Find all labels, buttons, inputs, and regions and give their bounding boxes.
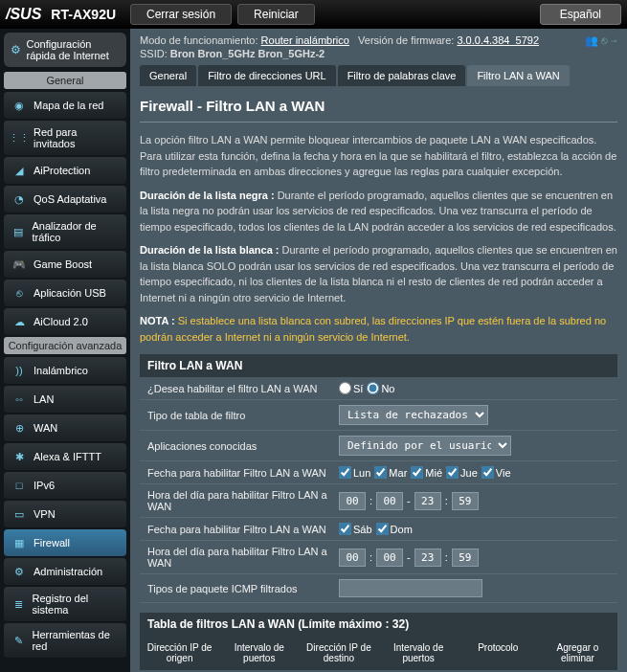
table-header: Dirección IP de origenIntervalo de puert… (140, 636, 617, 670)
map-icon: ◉ (10, 98, 29, 113)
days2-label: Fecha para habilitar Filtro LAN a WAN (147, 524, 339, 535)
sidebar-heading-general: General (4, 72, 126, 89)
alexa-icon: ✱ (10, 449, 29, 464)
admin-icon: ⚙ (10, 564, 29, 579)
type-label: Tipo de tabla de filtro (147, 410, 339, 421)
sidebar-item-networkmap[interactable]: ◉Mapa de la red (4, 92, 126, 119)
days1-label: Fecha para habilitar Filtro LAN a WAN (147, 467, 339, 479)
time1-m2[interactable] (452, 492, 479, 510)
page-title: Firewall - Filtro LAN a WAN (140, 98, 617, 114)
ipv6-icon: □ (10, 478, 29, 493)
info-line-1: Modo de funcionamiento: Router inalámbri… (140, 34, 617, 46)
fw-link[interactable]: 3.0.0.4.384_5792 (457, 34, 539, 46)
sidebar-item-tools[interactable]: ✎Herramientas de red (4, 623, 126, 658)
tab-urlfilter[interactable]: Filtro de direcciones URL (198, 65, 336, 86)
sidebar-item-traffic[interactable]: ▤Analizador de tráfico (4, 214, 126, 249)
sidebar-item-qos[interactable]: ◔QoS Adaptativa (4, 186, 126, 213)
icmp-input[interactable] (339, 579, 482, 597)
day-mon[interactable]: Lun (339, 466, 370, 479)
sidebar-label: Configuración rápida de Internet (27, 38, 121, 61)
sidebar-item-syslog[interactable]: ≣Registro del sistema (4, 587, 126, 621)
sidebar: ⚙ Configuración rápida de Internet Gener… (0, 29, 130, 672)
note-text: NOTA : Si establece una lista blanca con… (140, 313, 617, 345)
time2-label: Hora del día para habilitar Filtro LAN a… (147, 546, 339, 569)
shield-icon: ◢ (10, 163, 29, 178)
time1-label: Hora del día para habilitar Filtro LAN a… (147, 489, 339, 512)
sidebar-item-aiprotection[interactable]: ◢AiProtection (4, 157, 126, 184)
time1-h2[interactable] (414, 492, 441, 510)
sidebar-item-admin[interactable]: ⚙Administración (4, 558, 126, 585)
gamepad-icon: 🎮 (10, 257, 29, 272)
day-sun[interactable]: Dom (376, 523, 413, 535)
apps-label: Aplicaciones conocidas (147, 440, 339, 452)
day-sat[interactable]: Sáb (339, 523, 372, 535)
usb-icon: ⎋ (10, 285, 29, 301)
time2-m1[interactable] (376, 549, 403, 567)
tab-lanwanfilter[interactable]: Filtro LAN a WAN (467, 65, 569, 86)
gear-icon: ⚙ (10, 42, 22, 57)
sidebar-item-usb[interactable]: ⎋Aplicación USB (4, 280, 126, 306)
op-mode-link[interactable]: Router inalámbrico (261, 34, 349, 46)
whitelist-note: Duración de la lista blanca : Durante el… (140, 242, 617, 305)
info-line-2: SSID: Bron Bron_5GHz Bron_5GHz-2 (140, 48, 617, 59)
firewall-icon: ▦ (10, 535, 29, 550)
logout-button[interactable]: Cerrar sesión (130, 4, 232, 25)
filter-type-select[interactable]: Lista de rechazados (339, 405, 488, 425)
day-fri[interactable]: Vie (481, 466, 511, 479)
day-wed[interactable]: Mié (411, 466, 442, 479)
gauge-icon: ◔ (10, 191, 29, 207)
content-panel: Modo de funcionamiento: Router inalámbri… (130, 29, 627, 672)
vpn-icon: ▭ (10, 506, 29, 522)
sidebar-item-alexa[interactable]: ✱Alexa & IFTTT (4, 443, 126, 470)
quick-setup-button[interactable]: ⚙ Configuración rápida de Internet (4, 33, 126, 67)
sidebar-item-vpn[interactable]: ▭VPN (4, 501, 126, 527)
description: La opción filtro LAN a WAN permite bloqu… (140, 132, 617, 180)
time1-h1[interactable] (339, 492, 366, 510)
enable-no[interactable]: No (367, 382, 394, 394)
sidebar-item-ipv6[interactable]: □IPv6 (4, 472, 126, 499)
time2-m2[interactable] (452, 549, 479, 567)
sidebar-item-wan[interactable]: ⊕WAN (4, 414, 126, 441)
sidebar-item-guest[interactable]: ⋮⋮Red para invitados (4, 121, 126, 155)
section-table: Tabla de filtros LAN a WAN (Límite máxim… (140, 613, 617, 636)
chart-icon: ▤ (10, 224, 27, 239)
brand-logo: /SUS (6, 6, 41, 23)
reboot-button[interactable]: Reiniciar (237, 4, 315, 25)
tab-keywordfilter[interactable]: Filtro de palabras clave (338, 65, 466, 86)
sidebar-item-gameboost[interactable]: 🎮Game Boost (4, 251, 126, 278)
tab-bar: General Filtro de direcciones URL Filtro… (140, 65, 617, 86)
sidebar-item-wireless[interactable]: ))Inalámbrico (4, 357, 126, 384)
section-filter: Filtro LAN a WAN (140, 354, 617, 377)
wrench-icon: ✎ (10, 633, 27, 648)
day-thu[interactable]: Jue (446, 466, 478, 479)
blacklist-note: Duración de la lista negra : Durante el … (140, 188, 617, 235)
time1-m1[interactable] (376, 492, 403, 510)
cloud-icon: ☁ (10, 314, 29, 329)
tab-general[interactable]: General (140, 65, 196, 86)
enable-label: ¿Desea habilitar el filtro LAN a WAN (147, 383, 339, 394)
time2-h1[interactable] (339, 549, 366, 567)
guest-icon: ⋮⋮ (10, 130, 29, 146)
sidebar-heading-advanced: Configuración avanzada (4, 337, 126, 354)
language-select[interactable]: Español (540, 4, 621, 25)
wifi-icon: )) (10, 363, 29, 378)
enable-yes[interactable]: Sí (339, 382, 363, 394)
log-icon: ≣ (10, 596, 28, 612)
status-icons: 👥 ⎋ ⟶ (585, 34, 617, 47)
time2-h2[interactable] (414, 549, 441, 567)
sidebar-item-firewall[interactable]: ▦Firewall (4, 529, 126, 556)
day-tue[interactable]: Mar (374, 466, 407, 479)
icmp-label: Tipos de paquete ICMP filtrados (147, 583, 339, 594)
sidebar-item-aicloud[interactable]: ☁AiCloud 2.0 (4, 308, 126, 335)
lan-icon: ◦◦ (10, 392, 29, 407)
sidebar-item-lan[interactable]: ◦◦LAN (4, 386, 126, 413)
top-bar: /SUS RT-AX92U Cerrar sesión Reiniciar Es… (0, 0, 627, 29)
apps-select[interactable]: Definido por el usuario (339, 436, 511, 456)
globe-icon: ⊕ (10, 420, 29, 436)
model-name: RT-AX92U (51, 7, 116, 22)
